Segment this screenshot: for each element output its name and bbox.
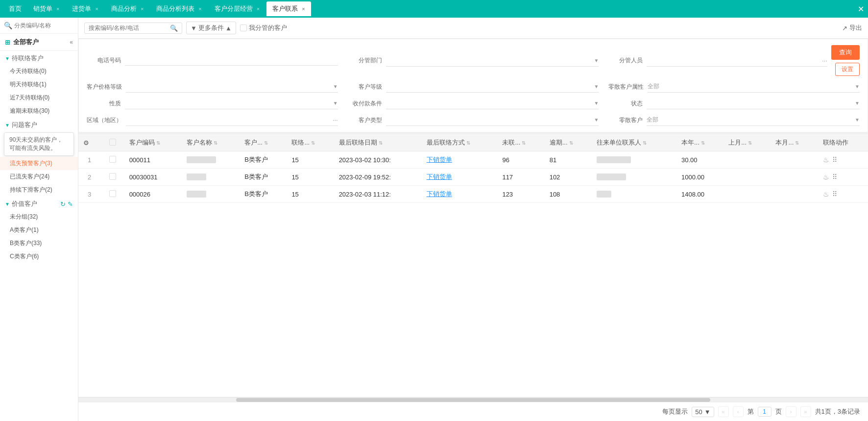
sidebar-group-value[interactable]: ▼ 价值客户 ↻ ✎ <box>0 197 78 210</box>
row-3-action-icon-1[interactable]: ♨ <box>823 190 829 198</box>
sidebar-item-today-pending[interactable]: 今天待联络(0) <box>0 65 78 78</box>
row-checkbox-3[interactable] <box>100 186 124 203</box>
query-button[interactable]: 查询 <box>831 45 860 60</box>
filter-select-customer-type[interactable]: ▼ <box>386 114 599 126</box>
nav-tab-customer-contact[interactable]: 客户联系 × <box>266 1 311 16</box>
row-1-checkbox[interactable] <box>109 156 116 163</box>
total-label: 共1页，3条记录 <box>815 407 860 416</box>
my-customers-toggle[interactable]: 我分管的客户 <box>240 24 287 32</box>
nav-tab-purchase[interactable]: 进货单 × <box>66 1 104 16</box>
th-checkbox[interactable] <box>100 134 124 151</box>
nav-tab-sales-close[interactable]: × <box>56 6 59 12</box>
sidebar-group-problem[interactable]: ▼ 问题客户 <box>0 118 78 131</box>
filter-row-payment: 收付款条件 ▼ <box>348 98 599 109</box>
th-this-year[interactable]: 本年...⇅ <box>676 134 723 151</box>
sidebar-item-b-class[interactable]: B类客户(33) <box>0 237 78 250</box>
th-name[interactable]: 客户名称⇅ <box>182 134 240 151</box>
filter-select-nature[interactable]: ▼ <box>125 98 338 109</box>
nav-tab-customer-tier-close[interactable]: × <box>257 6 260 12</box>
more-conditions-button[interactable]: ▼ 更多条件 ▲ <box>186 22 236 34</box>
settings-icon[interactable]: ⚙ <box>83 139 89 147</box>
filter-select-price-level[interactable]: ▼ <box>126 81 338 93</box>
page-input[interactable] <box>758 407 772 417</box>
row-3-action-icon-2[interactable]: ⠿ <box>832 190 837 198</box>
th-type[interactable]: 客户...⇅ <box>240 134 287 151</box>
prev-page-button[interactable]: ‹ <box>733 406 744 417</box>
nav-tab-analysis-list[interactable]: 商品分析列表 × <box>150 1 207 16</box>
row-1-contact-type-link[interactable]: 下销货单 <box>427 156 452 163</box>
row-2-contact-type-link[interactable]: 下销货单 <box>427 173 452 180</box>
sidebar-item-7day-pending[interactable]: 近7天待联络(0) <box>0 91 78 104</box>
next-page-button[interactable]: › <box>786 406 796 417</box>
row-1-last-contact-type[interactable]: 下销货单 <box>422 151 498 169</box>
sidebar-item-churn-warning[interactable]: 流失预警客户(3) <box>0 157 78 170</box>
th-contact-person[interactable]: 往来单位联系人⇅ <box>592 134 676 151</box>
row-1-action-icon-2[interactable]: ⠿ <box>832 156 837 164</box>
filter-select-region[interactable]: ··· <box>126 114 338 126</box>
nav-tab-analysis-list-close[interactable]: × <box>198 6 201 12</box>
filter-select-payment[interactable]: ▼ <box>386 98 599 109</box>
th-code[interactable]: 客户编码⇅ <box>124 134 182 151</box>
export-button[interactable]: ↗ 导出 <box>842 24 862 32</box>
last-page-button[interactable]: » <box>800 406 811 417</box>
dots-icon-region[interactable]: ··· <box>333 116 338 124</box>
filter-input-phone[interactable] <box>125 55 338 66</box>
row-3-checkbox[interactable] <box>109 190 116 197</box>
filter-select-zero-scattered[interactable]: 全部 ▼ <box>647 114 860 126</box>
filter-select-customer-level[interactable]: ▼ <box>386 81 599 93</box>
nav-tab-sales[interactable]: 销货单 × <box>27 1 65 16</box>
filter-select-dept[interactable]: ▼ <box>386 55 599 67</box>
th-this-month[interactable]: 本月...⇅ <box>771 134 818 151</box>
search-input[interactable] <box>89 25 168 31</box>
row-2-action-icon-2[interactable]: ⠿ <box>832 173 837 181</box>
sidebar-item-churned[interactable]: 已流失客户(24) <box>0 170 78 183</box>
filter-select-scattered-attr[interactable]: 全部 ▼ <box>648 81 860 93</box>
row-2-checkbox[interactable] <box>109 173 116 180</box>
nav-tab-analysis-close[interactable]: × <box>141 6 144 12</box>
sidebar-item-a-class[interactable]: A类客户(1) <box>0 223 78 237</box>
row-3-last-contact-type[interactable]: 下销货单 <box>422 186 498 203</box>
sidebar-item-declining[interactable]: 持续下滑客户(2) <box>0 183 78 197</box>
row-checkbox-1[interactable] <box>100 151 124 169</box>
nav-tab-analysis[interactable]: 商品分析 × <box>105 1 149 16</box>
th-overdue[interactable]: 逾期...⇅ <box>545 134 592 151</box>
sidebar-item-ungrouped[interactable]: 未分组(32) <box>0 210 78 223</box>
nav-tab-customer-contact-close[interactable]: × <box>302 6 305 12</box>
dots-icon-person[interactable]: ··· <box>822 57 827 64</box>
refresh-icon[interactable]: ↻ <box>60 200 66 208</box>
sidebar-collapse-button[interactable]: « <box>70 39 73 46</box>
header-checkbox[interactable] <box>109 139 116 146</box>
nav-home[interactable]: 首页 <box>4 2 26 15</box>
nav-tab-purchase-close[interactable]: × <box>95 6 98 12</box>
row-3-contact-type-link[interactable]: 下销货单 <box>427 190 452 198</box>
filter-select-person[interactable]: ··· <box>647 55 827 67</box>
sidebar-item-c-class[interactable]: C类客户(6) <box>0 250 78 263</box>
row-2-last-contact-type[interactable]: 下销货单 <box>422 169 498 186</box>
scrollbar-thumb[interactable] <box>236 398 710 402</box>
edit-icon[interactable]: ✎ <box>68 200 73 208</box>
grid-icon: ⊞ <box>5 39 10 46</box>
row-checkbox-2[interactable] <box>100 169 124 186</box>
close-window-button[interactable]: ✕ <box>858 4 864 14</box>
sidebar-search-input[interactable] <box>14 22 78 29</box>
horizontal-scrollbar[interactable] <box>78 397 868 402</box>
row-2-action-icon-1[interactable]: ♨ <box>823 173 829 181</box>
filter-label-status: 状态 <box>608 99 643 108</box>
first-page-button[interactable]: « <box>718 406 729 417</box>
th-settings[interactable]: ⚙ <box>78 134 100 151</box>
filter-select-status[interactable]: ▼ <box>647 98 860 109</box>
row-1-action-icon-1[interactable]: ♨ <box>823 156 829 164</box>
my-customers-checkbox[interactable] <box>240 25 247 31</box>
sidebar-item-tomorrow-pending[interactable]: 明天待联络(1) <box>0 78 78 91</box>
th-last-contact-type[interactable]: 最后联络方式⇅ <box>422 134 498 151</box>
th-last-contact-date[interactable]: 最后联络日期⇅ <box>334 134 422 151</box>
per-page-select[interactable]: 50 ▼ <box>692 407 714 417</box>
nav-tab-customer-tier[interactable]: 客户分层经营 × <box>209 1 265 16</box>
th-contact[interactable]: 联络...⇅ <box>287 134 334 151</box>
settings-button[interactable]: 设置 <box>835 63 860 76</box>
sidebar-item-overdue-pending[interactable]: 逾期未联络(30) <box>0 104 78 118</box>
th-last-month[interactable]: 上月...⇅ <box>723 134 771 151</box>
th-not-contacted[interactable]: 未联...⇅ <box>497 134 544 151</box>
sidebar-group-pending[interactable]: ▼ 待联络客户 <box>0 51 78 65</box>
sidebar-all-customers[interactable]: ⊞ 全部客户 « <box>0 34 78 51</box>
